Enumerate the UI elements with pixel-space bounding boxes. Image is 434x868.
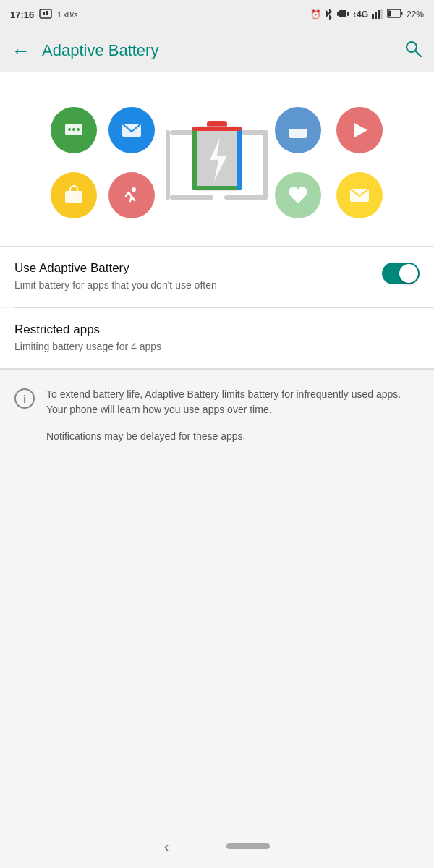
network-4g: ↕4G xyxy=(352,9,368,20)
app-icon-email xyxy=(109,107,155,153)
bottom-nav: ‹ xyxy=(0,825,434,868)
adaptive-battery-toggle[interactable] xyxy=(382,263,420,284)
network-speed: 1 kB/s xyxy=(57,11,77,19)
svg-point-17 xyxy=(72,128,75,131)
toggle-knob xyxy=(399,264,418,283)
app-icon-calendar xyxy=(275,107,321,153)
svg-rect-6 xyxy=(372,14,374,19)
bluetooth-icon xyxy=(325,8,333,22)
adaptive-battery-title: Use Adaptive Battery xyxy=(14,261,370,276)
svg-rect-3 xyxy=(339,10,346,17)
svg-line-14 xyxy=(416,51,422,56)
alarm-icon: ⏰ xyxy=(310,9,321,20)
back-button[interactable]: ← xyxy=(12,41,30,60)
info-text: To extend battery life, Adaptive Battery… xyxy=(46,387,420,444)
battery-percent: 22% xyxy=(407,9,424,20)
adaptive-battery-setting[interactable]: Use Adaptive Battery Limit battery for a… xyxy=(0,247,434,307)
svg-rect-31 xyxy=(289,124,307,129)
info-section: i To extend battery life, Adaptive Batte… xyxy=(0,369,434,461)
app-icon-fitness xyxy=(109,172,155,218)
signal-icon xyxy=(372,9,383,21)
battery-status-icon xyxy=(387,9,403,20)
vibrate-icon xyxy=(337,9,349,21)
svg-rect-7 xyxy=(375,12,377,19)
info-paragraph-2: Notifications may be delayed for these a… xyxy=(46,429,420,444)
restricted-apps-title: Restricted apps xyxy=(14,323,420,337)
svg-rect-25 xyxy=(192,186,242,190)
adaptive-battery-text: Use Adaptive Battery Limit battery for a… xyxy=(14,261,370,293)
app-icon-video xyxy=(336,107,383,153)
svg-point-21 xyxy=(132,187,136,192)
info-icon: i xyxy=(14,388,35,409)
svg-point-16 xyxy=(68,128,71,131)
info-paragraph-1: To extend battery life, Adaptive Battery… xyxy=(46,387,420,417)
search-button[interactable] xyxy=(404,39,422,62)
svg-marker-34 xyxy=(354,123,367,137)
svg-rect-27 xyxy=(192,127,242,131)
app-icon-messages xyxy=(51,107,97,153)
svg-rect-11 xyxy=(401,12,402,15)
illustration-area xyxy=(0,72,434,246)
svg-rect-20 xyxy=(65,191,82,203)
svg-rect-8 xyxy=(378,10,380,19)
svg-rect-24 xyxy=(192,127,197,190)
sim-icon xyxy=(38,8,53,21)
svg-rect-5 xyxy=(347,12,349,16)
restricted-apps-text: Restricted apps Limiting battery usage f… xyxy=(14,323,420,354)
nav-back-button[interactable]: ‹ xyxy=(164,838,169,855)
restricted-apps-subtitle: Limiting battery usage for 4 apps xyxy=(14,340,420,354)
svg-rect-0 xyxy=(40,9,51,18)
svg-rect-1 xyxy=(43,12,45,15)
page-title: Adaptive Battery xyxy=(42,41,404,60)
status-left: 17:16 1 kB/s xyxy=(10,8,77,21)
svg-rect-32 xyxy=(294,121,296,125)
status-bar: 17:16 1 kB/s ⏰ ↕4G 22% xyxy=(0,0,434,29)
svg-point-18 xyxy=(77,128,80,131)
app-icon-work xyxy=(51,172,97,218)
svg-rect-4 xyxy=(337,12,339,16)
status-time: 17:16 xyxy=(10,9,34,20)
battery-center-icon xyxy=(188,118,246,200)
svg-rect-12 xyxy=(388,11,391,17)
app-icon-message2 xyxy=(336,172,383,218)
settings-section: Use Adaptive Battery Limit battery for a… xyxy=(0,246,434,461)
svg-rect-2 xyxy=(46,11,48,15)
svg-rect-33 xyxy=(300,121,302,125)
status-right: ⏰ ↕4G 22% xyxy=(310,8,424,22)
nav-home-pill[interactable] xyxy=(226,843,270,849)
app-icons-container xyxy=(36,87,398,231)
app-icon-health xyxy=(275,172,321,218)
svg-rect-26 xyxy=(237,127,242,190)
adaptive-battery-subtitle: Limit battery for apps that you don't us… xyxy=(14,278,370,293)
svg-rect-9 xyxy=(380,9,383,19)
app-bar: ← Adaptive Battery xyxy=(0,29,434,72)
restricted-apps-setting[interactable]: Restricted apps Limiting battery usage f… xyxy=(0,308,434,369)
